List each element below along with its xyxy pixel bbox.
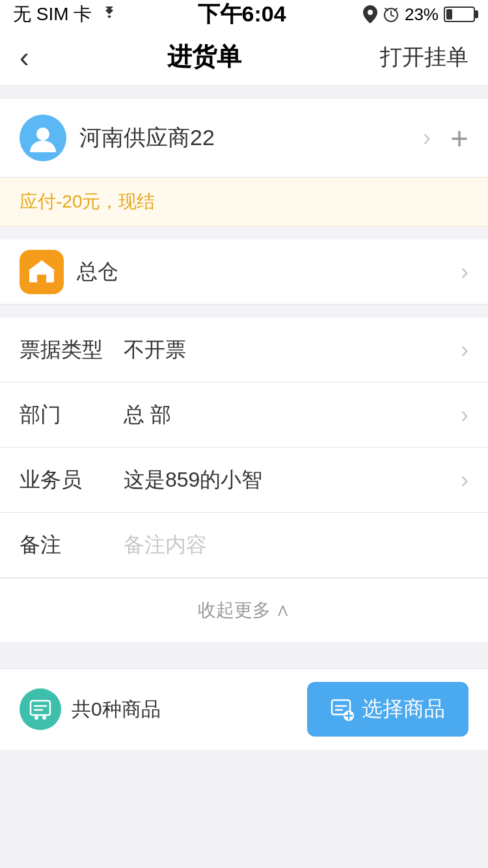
svg-point-7 bbox=[42, 716, 46, 720]
department-value: 总 部 bbox=[124, 401, 461, 429]
back-button[interactable]: ‹ bbox=[20, 41, 29, 74]
battery-percent: 23% bbox=[405, 5, 439, 25]
cart-icon bbox=[28, 697, 53, 722]
department-chevron-icon: › bbox=[461, 401, 468, 429]
supplier-avatar bbox=[20, 115, 66, 161]
background-fill bbox=[0, 750, 488, 868]
select-product-icon bbox=[331, 698, 354, 721]
gap2 bbox=[0, 305, 488, 318]
warehouse-row[interactable]: 总仓 › bbox=[0, 239, 488, 305]
salesperson-value: 这是859的小智 bbox=[124, 466, 461, 495]
select-product-button[interactable]: 选择商品 bbox=[307, 682, 468, 737]
alarm-icon bbox=[383, 6, 400, 23]
department-row[interactable]: 部门 总 部 › bbox=[0, 383, 488, 448]
invoice-chevron-icon: › bbox=[461, 336, 468, 364]
warehouse-chevron-icon: › bbox=[461, 258, 468, 286]
svg-marker-3 bbox=[28, 260, 55, 271]
product-count-area: 共0种商品 bbox=[20, 688, 161, 730]
remarks-row[interactable]: 备注 备注内容 bbox=[0, 513, 488, 578]
person-icon bbox=[29, 124, 57, 152]
invoice-label: 票据类型 bbox=[20, 336, 124, 364]
status-carrier: 无 SIM 卡 bbox=[13, 2, 120, 27]
bottom-bar: 共0种商品 选择商品 bbox=[0, 668, 488, 750]
page-title: 进货单 bbox=[167, 40, 241, 74]
location-icon bbox=[363, 5, 377, 23]
warehouse-name: 总仓 bbox=[77, 258, 461, 286]
collapse-row[interactable]: 收起更多 ∧ bbox=[0, 578, 488, 642]
svg-rect-5 bbox=[31, 701, 50, 715]
svg-point-6 bbox=[34, 716, 38, 720]
supplier-chevron-icon: › bbox=[423, 124, 431, 152]
remarks-placeholder[interactable]: 备注内容 bbox=[124, 531, 468, 560]
invoice-value: 不开票 bbox=[124, 336, 461, 364]
wifi-icon bbox=[98, 7, 120, 22]
status-time: 下午6:04 bbox=[198, 0, 286, 29]
svg-rect-4 bbox=[37, 275, 46, 282]
remarks-label: 备注 bbox=[20, 531, 124, 560]
add-supplier-button[interactable]: + bbox=[450, 120, 468, 156]
warehouse-icon bbox=[28, 260, 55, 284]
gap3 bbox=[0, 642, 488, 655]
supplier-row[interactable]: 河南供应商22 › + bbox=[0, 99, 488, 178]
top-gap bbox=[0, 86, 488, 99]
status-right: 23% bbox=[363, 5, 475, 25]
notice-row: 应付-20元，现结 bbox=[0, 178, 488, 226]
invoice-row[interactable]: 票据类型 不开票 › bbox=[0, 318, 488, 383]
battery-icon bbox=[444, 7, 475, 22]
gap1 bbox=[0, 226, 488, 239]
nav-bar: ‹ 进货单 打开挂单 bbox=[0, 29, 488, 86]
product-count-text: 共0种商品 bbox=[72, 696, 161, 723]
collapse-label: 收起更多 ∧ bbox=[198, 598, 291, 623]
salesperson-label: 业务员 bbox=[20, 466, 124, 495]
open-pending-button[interactable]: 打开挂单 bbox=[380, 42, 468, 72]
department-label: 部门 bbox=[20, 401, 124, 429]
supplier-section: 河南供应商22 › + 应付-20元，现结 bbox=[0, 99, 488, 226]
salesperson-row[interactable]: 业务员 这是859的小智 › bbox=[0, 448, 488, 513]
form-section: 票据类型 不开票 › 部门 总 部 › 业务员 这是859的小智 › 备注 备注… bbox=[0, 318, 488, 642]
warehouse-icon-wrap bbox=[20, 250, 64, 294]
product-icon-wrap bbox=[20, 688, 61, 730]
supplier-name: 河南供应商22 bbox=[79, 123, 423, 153]
svg-point-1 bbox=[36, 128, 49, 141]
salesperson-chevron-icon: › bbox=[461, 467, 468, 494]
status-bar: 无 SIM 卡 下午6:04 23% bbox=[0, 0, 488, 29]
